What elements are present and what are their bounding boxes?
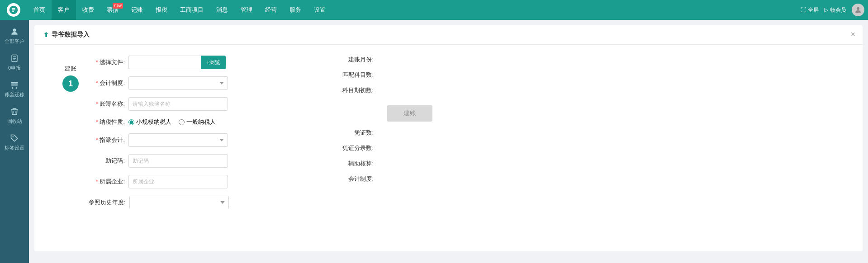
logo-icon <box>7 3 20 17</box>
tax-small-radio[interactable]: 小规模纳税人 <box>128 118 171 126</box>
form-section: 选择文件: +浏览 会计制度: <box>89 56 315 216</box>
member-btn[interactable]: ▷ 畅会员 <box>824 6 846 14</box>
nav-item-bizproject[interactable]: 工商项目 <box>174 0 210 20</box>
build-button[interactable]: 建账 <box>387 105 432 122</box>
sidebar-item-zero-declare[interactable]: 0申报 <box>0 50 29 75</box>
memo-input[interactable] <box>128 154 228 168</box>
file-row: 选择文件: +浏览 <box>89 56 315 69</box>
ledger-name-label: 账簿名称: <box>89 100 125 108</box>
top-nav: 首页 客户 收费 票据 new 记账 报税 工商项目 消息 管理 经营 服务 设… <box>0 0 868 20</box>
migrate-icon <box>10 80 19 89</box>
build-btn-row: 建账 <box>333 102 487 122</box>
tax-small-label: 小规模纳税人 <box>136 118 171 126</box>
card-title: 导爷数据导入 <box>52 31 90 39</box>
aux-accounting-label: 辅助核算: <box>333 160 374 168</box>
company-input[interactable] <box>128 175 228 188</box>
info-section: 建账月份: 匹配科目数: 科目期初数: 建账 凭证 <box>315 56 487 216</box>
new-badge: new <box>113 3 123 9</box>
close-button[interactable]: × <box>850 30 855 39</box>
avatar[interactable] <box>852 4 864 16</box>
import-card: ⬆ 导爷数据导入 × 建账 1 选择文件: +浏览 <box>34 25 863 251</box>
member-label: 畅会员 <box>830 6 846 14</box>
svg-point-0 <box>857 7 859 10</box>
fullscreen-icon: ⛶ <box>801 7 806 13</box>
voucher-count-row: 凭证数: <box>333 129 487 137</box>
nav-item-service[interactable]: 服务 <box>283 0 308 20</box>
build-month-row: 建账月份: <box>333 56 487 64</box>
tag-icon <box>10 134 19 143</box>
accountant-select[interactable] <box>128 133 228 147</box>
nav-items: 首页 客户 收费 票据 new 记账 报税 工商项目 消息 管理 经营 服务 设… <box>27 0 801 20</box>
tax-type-radio-group: 小规模纳税人 一般纳税人 <box>128 118 216 126</box>
subject-initial-row: 科目期初数: <box>333 86 487 94</box>
tax-type-row: 纳税性质: 小规模纳税人 一般纳税人 <box>89 118 315 126</box>
sidebar-item-tags[interactable]: 标签设置 <box>0 130 29 155</box>
history-year-row: 参照历史年度: <box>89 196 315 209</box>
match-subjects-label: 匹配科目数: <box>333 71 374 79</box>
svg-rect-3 <box>11 82 18 83</box>
fullscreen-label: 全屏 <box>808 6 819 14</box>
person-icon <box>10 27 19 36</box>
accounting-system-label: 会计制度: <box>89 79 125 87</box>
logo <box>4 0 24 20</box>
accounting-system-row: 会计制度: <box>89 76 315 90</box>
svg-rect-4 <box>11 84 18 85</box>
ledger-name-input[interactable] <box>128 97 228 111</box>
tax-general-input[interactable] <box>179 119 185 125</box>
file-label: 选择文件: <box>89 58 125 66</box>
ledger-name-row: 账簿名称: <box>89 97 315 111</box>
import-icon: ⬆ <box>43 31 49 38</box>
aux-accounting-row: 辅助核算: <box>333 160 487 168</box>
match-subjects-row: 匹配科目数: <box>333 71 487 79</box>
card-header: ⬆ 导爷数据导入 <box>34 25 863 45</box>
company-row: 所属企业: <box>89 175 315 188</box>
file-input-group: +浏览 <box>128 56 226 69</box>
tax-general-label: 一般纳税人 <box>186 118 216 126</box>
sidebar-item-migrate[interactable]: 账套迁移 <box>0 77 29 102</box>
tax-small-input[interactable] <box>128 119 134 125</box>
card-body: 建账 1 选择文件: +浏览 会计制度: <box>34 45 863 227</box>
subject-initial-label: 科目期初数: <box>333 86 374 94</box>
sidebar-item-trash[interactable]: 回收站 <box>0 103 29 128</box>
voucher-entries-label: 凭证分录数: <box>333 144 374 152</box>
nav-item-manage[interactable]: 管理 <box>234 0 259 20</box>
sidebar-label-all-clients: 全部客户 <box>5 38 24 45</box>
tax-type-label: 纳税性质: <box>89 118 125 126</box>
company-label: 所属企业: <box>89 178 125 186</box>
voucher-count-label: 凭证数: <box>333 129 374 137</box>
nav-item-operation[interactable]: 经营 <box>259 0 283 20</box>
step-circle: 1 <box>62 75 79 92</box>
sidebar-label-zero-declare: 0申报 <box>8 65 21 71</box>
memo-row: 助记码: <box>89 154 315 168</box>
file-input[interactable] <box>128 56 201 69</box>
tax-general-radio[interactable]: 一般纳税人 <box>179 118 216 126</box>
sidebar: 全部客户 0申报 账套迁移 回收站 标签设置 <box>0 20 29 263</box>
info-accounting-system-label: 会计制度: <box>333 175 374 183</box>
nav-item-client[interactable]: 客户 <box>52 0 76 20</box>
nav-item-invoice[interactable]: 票据 new <box>100 0 125 20</box>
nav-item-message[interactable]: 消息 <box>210 0 234 20</box>
nav-item-tax[interactable]: 报税 <box>149 0 174 20</box>
sidebar-label-migrate: 账套迁移 <box>5 91 24 98</box>
svg-point-1 <box>13 28 16 32</box>
voucher-entries-row: 凭证分录数: <box>333 144 487 152</box>
history-year-select[interactable] <box>129 196 229 209</box>
accounting-system-select[interactable] <box>128 76 228 90</box>
accountant-row: 指派会计: <box>89 133 315 147</box>
nav-item-settings[interactable]: 设置 <box>308 0 332 20</box>
nav-item-home[interactable]: 首页 <box>27 0 52 20</box>
step-label: 建账 <box>65 65 76 73</box>
browse-button[interactable]: +浏览 <box>201 56 226 69</box>
history-year-label: 参照历史年度: <box>89 198 126 207</box>
sidebar-label-tags: 标签设置 <box>5 145 24 151</box>
fullscreen-btn[interactable]: ⛶ 全屏 <box>801 6 819 14</box>
declare-icon <box>10 54 19 63</box>
nav-item-bookkeeping[interactable]: 记账 <box>125 0 149 20</box>
memo-label: 助记码: <box>89 157 125 165</box>
sidebar-item-all-clients[interactable]: 全部客户 <box>0 23 29 48</box>
build-month-label: 建账月份: <box>333 56 374 64</box>
trash-icon <box>10 107 19 116</box>
main-layout: 全部客户 0申报 账套迁移 回收站 标签设置 <box>0 20 868 263</box>
step-section: 建账 1 <box>52 56 89 216</box>
nav-item-fee[interactable]: 收费 <box>76 0 100 20</box>
